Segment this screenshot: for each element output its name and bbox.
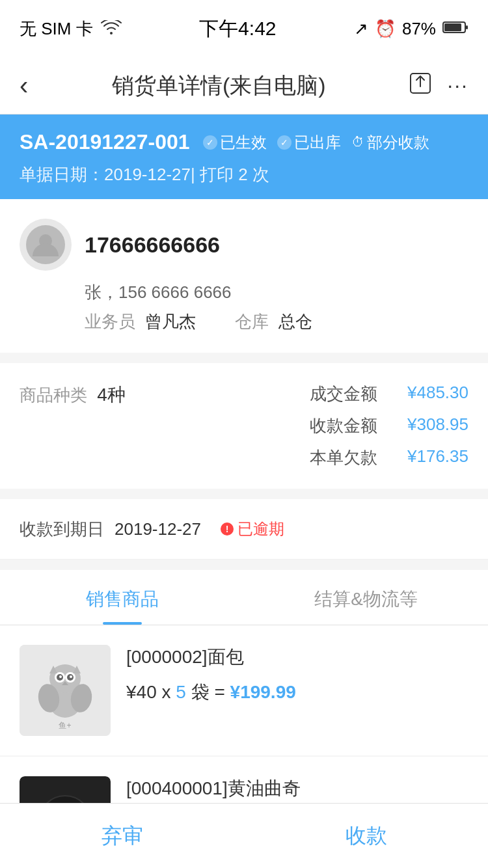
salesperson-field: 业务员 曾凡杰: [85, 310, 196, 333]
collected-label: 收款金额: [310, 414, 377, 437]
clock-icon: ⏱: [351, 135, 364, 150]
multiply-1: x: [162, 682, 176, 702]
order-id: SA-20191227-001: [20, 130, 190, 154]
share-icon[interactable]: [409, 72, 431, 99]
location-icon: ↗: [354, 19, 368, 39]
svg-text:鱼+: 鱼+: [59, 721, 71, 730]
svg-rect-2: [466, 25, 468, 29]
bottom-bar: 弃审 收款: [0, 803, 488, 868]
product-name-2: [000400001]黄油曲奇: [126, 776, 468, 801]
product-image-1: 鱼+: [20, 645, 111, 736]
owed-value: ¥176.35: [390, 446, 468, 469]
status-time: 下午4:42: [199, 16, 276, 42]
warehouse-field: 仓库 总仓: [235, 310, 312, 333]
warehouse-label: 仓库: [235, 312, 269, 331]
more-button[interactable]: ···: [447, 74, 468, 98]
cancel-review-button[interactable]: 弃审: [0, 804, 244, 868]
product-name-1: [0000002]面包: [126, 645, 468, 670]
overdue-icon: !: [221, 522, 234, 536]
equals-1: =: [214, 682, 230, 702]
order-header-banner: SA-20191227-001 ✓ 已生效 ✓ 已出库 ⏱ 部分收款 单据日期：…: [0, 115, 488, 199]
status-tag-partial: ⏱ 部分收款: [351, 132, 429, 153]
customer-name: 17666666666: [85, 232, 220, 258]
avatar-icon: [26, 225, 65, 264]
check-icon-2: ✓: [277, 135, 291, 150]
owed-label: 本单欠款: [310, 446, 377, 469]
battery-icon: [442, 19, 468, 39]
status-left: 无 SIM 卡: [20, 18, 122, 40]
tab-sales-products[interactable]: 销售商品: [0, 570, 244, 625]
transaction-value: ¥485.30: [390, 383, 468, 405]
status-tag-effective: ✓ 已生效: [203, 132, 267, 153]
product-item: 鱼+ [0000002]面包 ¥40 x 5 袋 = ¥199.99: [0, 625, 488, 755]
battery-text: 87%: [402, 19, 436, 39]
svg-point-13: [70, 675, 72, 678]
status-tag-shipped: ✓ 已出库: [277, 132, 341, 153]
stats-section: 商品种类 4种 成交金额 ¥485.30 收款金额 ¥308.95 本单欠款 ¥…: [0, 363, 488, 489]
transaction-label: 成交金额: [310, 383, 377, 405]
due-date-section: 收款到期日 2019-12-27 ! 已逾期: [0, 499, 488, 560]
tab-settlement[interactable]: 结算&物流等: [244, 570, 488, 625]
collected-row: 收款金额 ¥308.95: [310, 414, 468, 437]
due-date-label: 收款到期日: [20, 518, 104, 541]
collected-value: ¥308.95: [390, 414, 468, 437]
type-label: 商品种类: [20, 385, 87, 405]
type-count: 4种: [97, 385, 126, 405]
qty-1: 5: [176, 682, 186, 702]
nav-actions: ···: [409, 72, 468, 99]
customer-row: 17666666666: [20, 219, 468, 271]
status-right: ↗ ⏰ 87%: [354, 19, 468, 39]
overdue-text: 已逾期: [237, 519, 284, 539]
overdue-badge: ! 已逾期: [211, 516, 293, 542]
product-info-1: [0000002]面包 ¥40 x 5 袋 = ¥199.99: [126, 645, 468, 705]
stats-right: 成交金额 ¥485.30 收款金额 ¥308.95 本单欠款 ¥176.35: [310, 383, 468, 469]
product-price-1: ¥40 x 5 袋 = ¥199.99: [126, 680, 468, 705]
unit-1: 袋: [191, 682, 210, 702]
collect-payment-button[interactable]: 收款: [244, 804, 488, 868]
carrier-text: 无 SIM 卡: [20, 18, 93, 40]
svg-rect-1: [444, 23, 461, 31]
page-title: 销货单详情(来自电脑): [112, 71, 326, 101]
salesperson-label: 业务员: [85, 312, 135, 331]
customer-section: 17666666666 张，156 6666 6666 业务员 曾凡杰 仓库 总…: [0, 199, 488, 353]
stats-left: 商品种类 4种: [20, 383, 126, 407]
customer-meta: 业务员 曾凡杰 仓库 总仓: [20, 310, 468, 333]
warehouse-value: 总仓: [278, 312, 312, 331]
wifi-icon: [101, 19, 122, 39]
unit-price-1: ¥40: [126, 682, 157, 702]
nav-bar: ‹ 销货单详情(来自电脑) ···: [0, 57, 488, 115]
tabs-section: 销售商品 结算&物流等: [0, 570, 488, 625]
order-date-row: 单据日期：2019-12-27| 打印 2 次: [20, 163, 468, 186]
owed-row: 本单欠款 ¥176.35: [310, 446, 468, 469]
alarm-icon: ⏰: [375, 19, 396, 39]
status-bar: 无 SIM 卡 下午4:42 ↗ ⏰ 87%: [0, 0, 488, 57]
customer-contact: 张，156 6666 6666: [20, 281, 468, 304]
due-date-value: 2019-12-27: [115, 519, 201, 539]
svg-point-12: [59, 675, 62, 678]
status-tags: ✓ 已生效 ✓ 已出库 ⏱ 部分收款: [203, 132, 429, 153]
order-id-row: SA-20191227-001 ✓ 已生效 ✓ 已出库 ⏱ 部分收款: [20, 130, 468, 154]
total-1: ¥199.99: [230, 682, 296, 702]
check-icon-1: ✓: [203, 135, 217, 150]
transaction-row: 成交金额 ¥485.30: [310, 383, 468, 405]
back-button[interactable]: ‹: [20, 71, 28, 100]
salesperson-value: 曾凡杰: [145, 312, 196, 331]
avatar: [20, 219, 72, 271]
